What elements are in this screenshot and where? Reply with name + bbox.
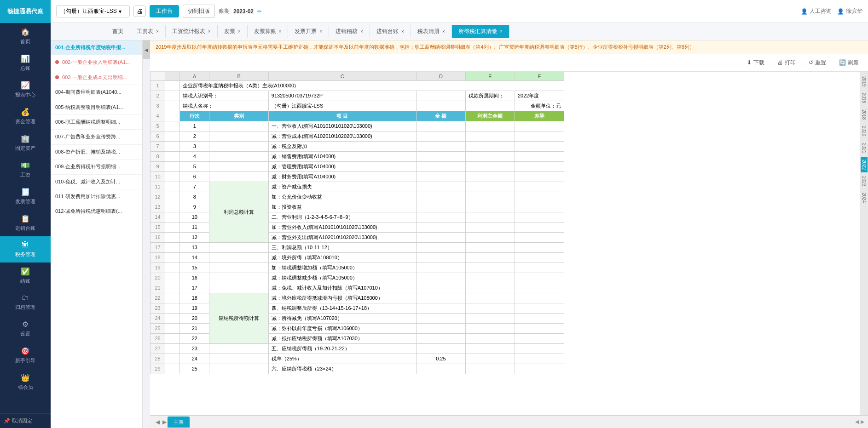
print-icon-2: 🖨	[777, 59, 783, 66]
sidebar-item-guide[interactable]: 🎯 新手引导	[0, 342, 51, 369]
tab-invoice[interactable]: 发票 ×	[218, 25, 248, 38]
sidebar: 畅捷通易代账 🏠 首页 📊 总账 📈 报表中心 💰 资金管理 🏢 固定资产 💵 …	[0, 0, 51, 428]
close-salary-report-tab[interactable]: ×	[208, 29, 211, 34]
sidebar-item-archive[interactable]: 🗂 归档管理	[0, 289, 51, 315]
category-profit: 利润总额计算	[209, 182, 268, 242]
col-header-A: A	[180, 72, 209, 80]
left-item-007[interactable]: 007-广告费和业务宣传费跨...	[51, 130, 142, 144]
left-item-011[interactable]: 011-研发费用加计扣除优惠...	[51, 189, 142, 204]
close-invoice-account-tab[interactable]: ×	[279, 29, 282, 34]
settings-icon: ⚙	[22, 320, 29, 329]
close-purchase-audit-tab[interactable]: ×	[360, 29, 363, 34]
panel-collapse-button[interactable]: ◀	[143, 40, 150, 59]
left-item-001[interactable]: 001-企业所得税年度纳税申报...	[51, 40, 142, 55]
left-item-006[interactable]: 006-职工薪酬纳税调整明细...	[51, 115, 142, 130]
left-item-009[interactable]: 009-企业所得税补亏损明细...	[51, 160, 142, 174]
sidebar-item-invoice[interactable]: 🧾 发票管理	[0, 183, 51, 210]
sheet-nav-left[interactable]: ◀	[156, 419, 160, 425]
left-panel: 001-企业所得税年度纳税申报... 002-一般企业收入明细表(A1... 0…	[51, 40, 143, 428]
sidebar-item-close[interactable]: ✅ 结账	[0, 263, 51, 289]
year-2022[interactable]: 2022	[861, 157, 868, 172]
right-panel: 2019年度步及取以前年度结转数据的申报表单元格需要手工维护正确，才能保证本年及…	[150, 40, 868, 428]
close-invoice-issue-tab[interactable]: ×	[319, 29, 322, 34]
left-item-002[interactable]: 002-一般企业收入明细表(A1...	[51, 55, 142, 70]
consult-button[interactable]: 👤 人工咨询	[801, 7, 832, 15]
tab-home[interactable]: 首页	[106, 25, 130, 38]
year-2021[interactable]: 2021	[861, 140, 868, 156]
tab-salary[interactable]: 工资表 ×	[130, 25, 166, 38]
sidebar-item-salary[interactable]: 💵 工资	[0, 156, 51, 183]
sidebar-item-purchase[interactable]: 📋 进销台账	[0, 210, 51, 236]
tab-purchase-ledger[interactable]: 进销台账 ×	[370, 25, 411, 38]
left-item-012[interactable]: 012-减免所得税优惠明细表(...	[51, 204, 142, 219]
reset-button[interactable]: ↺ 重置	[805, 57, 830, 68]
sidebar-item-settings[interactable]: ⚙ 设置	[0, 315, 51, 342]
scroll-right-icon[interactable]: ▶	[861, 419, 864, 425]
table-row: 6 2 减：营业成本(填写A102010\102020\103000)	[150, 131, 564, 141]
table-row: 28 24 税率（25%） 0.25	[150, 354, 564, 364]
sidebar-item-member[interactable]: 👑 畅会员	[0, 369, 51, 395]
left-item-004[interactable]: 004-期间费用明细表(A1040...	[51, 85, 142, 100]
amount-unit: 金额单位：元	[515, 101, 564, 111]
company-selector[interactable]: （勾册）江西服宝-LSS ▾	[56, 5, 130, 17]
print-button[interactable]: 🖨 打印	[774, 57, 799, 68]
col-header-E: E	[465, 72, 515, 80]
warning-bar: 2019年度步及取以前年度结转数据的申报表单元格需要手工维护正确，才能保证本年及…	[150, 40, 868, 54]
spreadsheet-main[interactable]: A B C D E F 1	[150, 72, 860, 416]
download-button[interactable]: ⬇ 下载	[743, 57, 768, 68]
table-row: 10 6 减：财务费用(填写A104000)	[150, 171, 564, 182]
user-menu[interactable]: 👤 徐滨华	[837, 7, 862, 15]
year-2023[interactable]: 2023	[861, 173, 868, 189]
switch-version-button[interactable]: 切到旧版	[183, 5, 215, 18]
sidebar-item-asset[interactable]: 🏢 固定资产	[0, 130, 51, 156]
sidebar-logo: 畅捷通易代账	[0, 0, 51, 23]
sidebar-item-ledger[interactable]: 📊 总账	[0, 50, 51, 76]
close-purchase-ledger-tab[interactable]: ×	[401, 29, 404, 34]
error-dot-003	[55, 75, 59, 79]
close-income-tax-tab[interactable]: ×	[500, 29, 503, 34]
table-row: 8 4 减：销售费用(填写A104000)	[150, 151, 564, 161]
tab-invoice-account[interactable]: 发票算账 ×	[248, 25, 289, 38]
sidebar-unpin-button[interactable]: 📌 取消固定	[0, 413, 51, 428]
table-row: 17 13 三、利润总额（10-11-12）	[150, 242, 564, 252]
tab-purchase-audit[interactable]: 进销稽核 ×	[329, 25, 370, 38]
year-2024[interactable]: 2024	[861, 190, 868, 205]
sidebar-item-tax[interactable]: 🏛 税务管理	[0, 236, 51, 263]
year-2019[interactable]: 2019	[861, 74, 868, 89]
sidebar-item-home[interactable]: 🏠 首页	[0, 23, 51, 50]
tab-income-tax[interactable]: 所得税汇算清缴 ×	[452, 25, 509, 38]
col-diff: 差异	[515, 111, 564, 121]
year-2018[interactable]: 2018	[861, 107, 868, 122]
close-invoice-tab[interactable]: ×	[238, 29, 241, 34]
refresh-button[interactable]: 🔄 刷新	[835, 57, 862, 68]
sidebar-item-report[interactable]: 📈 报表中心	[0, 76, 51, 103]
sheet-nav-right[interactable]: ▶	[162, 419, 167, 425]
left-item-008[interactable]: 008-资产折旧、摊销及纳税...	[51, 145, 142, 160]
left-item-003[interactable]: 003-一般企业成本支出明细...	[51, 70, 142, 85]
company-name-label: 纳税人名称：	[180, 101, 269, 111]
scroll-left-icon[interactable]: ◀	[855, 419, 859, 425]
year-2016[interactable]: 2016	[861, 90, 868, 106]
print-icon[interactable]: 🖨	[133, 6, 146, 17]
left-item-005[interactable]: 005-纳税调整项目明细表(A1...	[51, 100, 142, 115]
close-accounts-icon: ✅	[21, 267, 30, 276]
sidebar-item-fund[interactable]: 💰 资金管理	[0, 103, 51, 130]
tab-tax-clear[interactable]: 税表清册 ×	[411, 25, 452, 38]
download-icon: ⬇	[747, 59, 752, 66]
year-2020[interactable]: 2020	[861, 123, 868, 139]
workbench-button[interactable]: 工作台	[150, 5, 179, 17]
table-row: 20 16 减：纳税调整减少额（填写A105000）	[150, 273, 564, 283]
sheet-tab-main[interactable]: 主表	[168, 417, 190, 428]
table-row: 22 18 应纳税所得额计算 减：境外应税所得抵减境内亏损（填写A108000）	[150, 293, 564, 303]
table-row: 2 纳税人识别号： 91320500703719732P 税款所属期间： 202…	[150, 91, 564, 101]
tax-period-label: 税款所属期间：	[465, 91, 515, 101]
table-row: 9 5 减：管理费用(填写A104000)	[150, 161, 564, 171]
period-edit-icon[interactable]: ✏	[257, 8, 262, 15]
table-row: 19 15 加：纳税调整增加额（填写A105000）	[150, 263, 564, 273]
close-tax-clear-tab[interactable]: ×	[442, 29, 445, 34]
left-item-010[interactable]: 010-免税、减计收入及加计...	[51, 175, 142, 189]
tab-invoice-issue[interactable]: 发票开票 ×	[288, 25, 329, 38]
tab-salary-report[interactable]: 工资统计报表 ×	[166, 25, 218, 38]
row-num-4: 4	[150, 111, 165, 121]
close-salary-tab[interactable]: ×	[156, 29, 159, 34]
